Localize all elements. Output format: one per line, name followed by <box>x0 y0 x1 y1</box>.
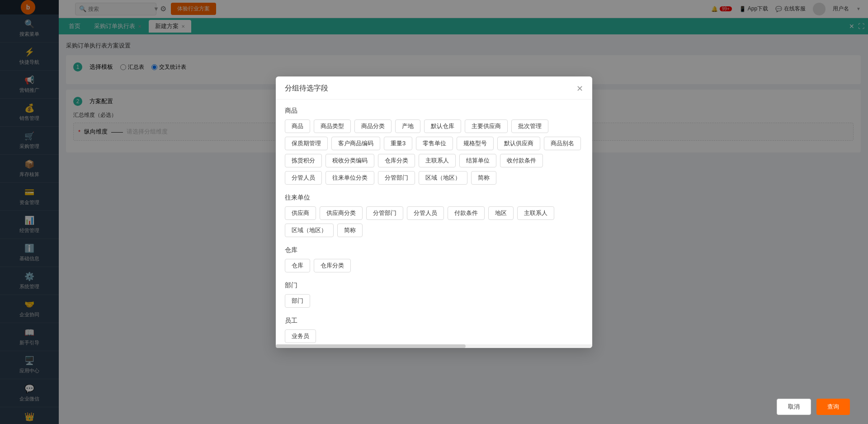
field-tag-4-0[interactable]: 业务员 <box>285 329 316 343</box>
field-tag-1-7[interactable]: 区域（地区） <box>285 224 334 237</box>
modal-close-button[interactable]: ✕ <box>576 84 583 94</box>
field-tags-1: 供应商供应商分类分管部门分管人员付款条件地区主联系人区域（地区）简称 <box>285 206 583 237</box>
field-tag-1-2[interactable]: 分管部门 <box>366 206 403 220</box>
field-tag-0-19[interactable]: 收付款条件 <box>500 154 543 167</box>
field-tag-0-14[interactable]: 拣货积分 <box>285 154 322 167</box>
field-tag-2-0[interactable]: 仓库 <box>285 259 310 272</box>
section-title-2: 仓库 <box>285 246 583 254</box>
confirm-button[interactable]: 查询 <box>816 399 850 415</box>
field-tag-2-1[interactable]: 仓库分类 <box>314 259 351 272</box>
field-section-0: 商品 商品商品类型商品分类产地默认仓库主要供应商批次管理保质期管理客户商品编码重… <box>285 107 583 185</box>
field-tag-1-0[interactable]: 供应商 <box>285 206 316 220</box>
field-tag-0-23[interactable]: 区域（地区） <box>419 171 467 185</box>
field-tag-1-3[interactable]: 分管人员 <box>407 206 444 220</box>
field-tag-0-5[interactable]: 主要供应商 <box>465 119 508 133</box>
field-tag-1-1[interactable]: 供应商分类 <box>320 206 363 220</box>
section-title-1: 往来单位 <box>285 194 583 202</box>
field-tag-0-2[interactable]: 商品分类 <box>354 119 392 133</box>
field-tag-0-9[interactable]: 重量3 <box>384 137 412 150</box>
modal-overlay: 分组待选字段 ✕ 商品 商品商品类型商品分类产地默认仓库主要供应商批次管理保质期… <box>0 0 868 424</box>
field-tag-1-5[interactable]: 地区 <box>488 206 514 220</box>
field-tag-0-3[interactable]: 产地 <box>395 119 420 133</box>
modal-header: 分组待选字段 ✕ <box>276 76 592 100</box>
field-tag-0-1[interactable]: 商品类型 <box>314 119 351 133</box>
modal-body: 商品 商品商品类型商品分类产地默认仓库主要供应商批次管理保质期管理客户商品编码重… <box>276 100 592 344</box>
field-tag-0-21[interactable]: 往来单位分类 <box>326 171 374 185</box>
field-section-2: 仓库 仓库仓库分类 <box>285 246 583 272</box>
field-tag-0-7[interactable]: 保质期管理 <box>285 137 328 150</box>
field-tag-1-8[interactable]: 简称 <box>337 224 363 237</box>
field-tag-0-15[interactable]: 税收分类编码 <box>326 154 374 167</box>
section-title-0: 商品 <box>285 107 583 115</box>
field-tag-1-4[interactable]: 付款条件 <box>448 206 485 220</box>
modal-footer: 取消 查询 <box>777 399 850 415</box>
field-tag-0-11[interactable]: 规格型号 <box>457 137 494 150</box>
modal-dialog: 分组待选字段 ✕ 商品 商品商品类型商品分类产地默认仓库主要供应商批次管理保质期… <box>276 76 592 348</box>
field-tags-4: 业务员 <box>285 329 583 343</box>
modal-horizontal-scrollbar[interactable] <box>276 344 592 348</box>
field-tags-2: 仓库仓库分类 <box>285 259 583 272</box>
field-tag-0-12[interactable]: 默认供应商 <box>497 137 540 150</box>
field-tag-0-24[interactable]: 简称 <box>471 171 496 185</box>
field-tag-0-18[interactable]: 结算单位 <box>459 154 496 167</box>
field-section-3: 部门 部门 <box>285 281 583 308</box>
field-tags-0: 商品商品类型商品分类产地默认仓库主要供应商批次管理保质期管理客户商品编码重量3零… <box>285 119 583 185</box>
field-tag-0-20[interactable]: 分管人员 <box>285 171 322 185</box>
cancel-button[interactable]: 取消 <box>777 399 811 415</box>
field-tag-0-16[interactable]: 仓库分类 <box>378 154 415 167</box>
field-tag-0-17[interactable]: 主联系人 <box>419 154 456 167</box>
modal-title: 分组待选字段 <box>285 84 328 93</box>
field-tag-0-8[interactable]: 客户商品编码 <box>331 137 380 150</box>
field-tag-0-4[interactable]: 默认仓库 <box>424 119 461 133</box>
section-title-3: 部门 <box>285 281 583 290</box>
field-tag-0-10[interactable]: 零售单位 <box>416 137 453 150</box>
field-tag-1-6[interactable]: 主联系人 <box>517 206 554 220</box>
field-tag-0-6[interactable]: 批次管理 <box>511 119 548 133</box>
field-tag-0-0[interactable]: 商品 <box>285 119 310 133</box>
scrollbar-thumb <box>276 344 466 348</box>
section-title-4: 员工 <box>285 317 583 325</box>
field-tags-3: 部门 <box>285 294 583 308</box>
field-tag-0-13[interactable]: 商品别名 <box>544 137 581 150</box>
field-tag-0-22[interactable]: 分管部门 <box>378 171 415 185</box>
field-section-4: 员工 业务员 <box>285 317 583 343</box>
field-section-1: 往来单位 供应商供应商分类分管部门分管人员付款条件地区主联系人区域（地区）简称 <box>285 194 583 237</box>
field-tag-3-0[interactable]: 部门 <box>285 294 310 308</box>
